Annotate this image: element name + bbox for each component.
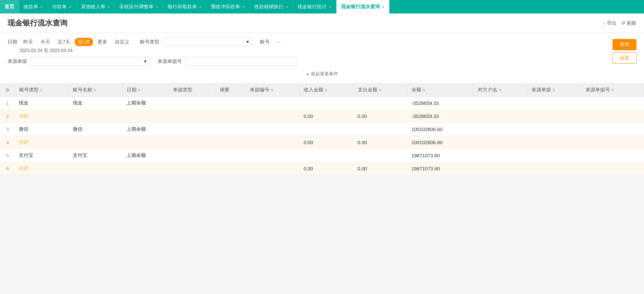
nav-cash-stats-close[interactable]: × <box>329 4 331 9</box>
page-title: 现金银行流水查询 <box>8 18 68 28</box>
col-doc-no: 单据编号 ⇅ <box>246 84 300 97</box>
table-cell <box>246 97 300 110</box>
date-range-display: 2023-02-24 至 2023-03-24 <box>20 48 72 53</box>
table-cell <box>246 162 300 175</box>
sort-source-doc-icon: ⇅ <box>552 88 555 92</box>
table-cell <box>474 149 528 162</box>
collapse-bar[interactable]: ∧ 收起更多条件 <box>8 69 636 80</box>
table-cell <box>528 110 582 123</box>
date-option-today[interactable]: 今天 <box>38 38 53 46</box>
col-source-doc-sortable[interactable]: 来源单据 ⇅ <box>531 87 578 93</box>
account-type-select[interactable]: ▾ <box>162 37 252 46</box>
refresh-label: 刷新 <box>627 20 636 27</box>
source-doc-chevron: ▾ <box>144 58 147 64</box>
table-cell: 19871073.60 <box>408 149 474 162</box>
nav-bank-deposit[interactable]: 银行存取款单 × <box>163 0 206 13</box>
col-expense-sortable[interactable]: 支出金额 ⇅ <box>358 87 404 93</box>
nav-home-label: 首页 <box>5 3 14 10</box>
col-income-sortable[interactable]: 收入金额 ⇅ <box>304 87 350 93</box>
nav-cash-flow-close[interactable]: × <box>382 4 384 9</box>
table-cell: 微信 <box>69 123 123 136</box>
table-cell <box>354 97 408 110</box>
nav-other-income[interactable]: 其他收入单 × <box>77 0 115 13</box>
col-source-doc-no-sortable[interactable]: 来源单据号 ⇅ <box>585 87 640 93</box>
nav-prepay[interactable]: 预收冲应收单 × <box>206 0 249 13</box>
table-cell <box>582 162 644 175</box>
col-source-doc-no: 来源单据号 ⇅ <box>582 84 644 97</box>
nav-other-income-close[interactable]: × <box>108 4 110 9</box>
table-cell: 6 <box>0 162 15 175</box>
table-cell: -3528659.33 <box>408 110 474 123</box>
col-balance-sortable[interactable]: 余额 ⇅ <box>411 87 470 93</box>
table-cell: 5 <box>0 149 15 162</box>
source-doc-no-input[interactable] <box>185 57 297 66</box>
nav-receipt-exec[interactable]: 收款核销执行 × <box>250 0 293 13</box>
sort-balance-icon: ⇅ <box>422 88 425 92</box>
nav-prepay-close[interactable]: × <box>242 4 245 9</box>
table-cell <box>474 136 528 149</box>
nav-receipts[interactable]: 收款单 × <box>19 0 48 13</box>
nav-ar-ap-adjust[interactable]: 应收应付调整单 × <box>115 0 163 13</box>
table-cell: -3528659.33 <box>408 97 474 110</box>
account-filter-group: 账号 ··· <box>260 38 282 46</box>
col-account-type-sortable[interactable]: 账号类型 ⇅ <box>19 87 65 93</box>
nav-receipts-close[interactable]: × <box>41 4 43 9</box>
header-actions: ↑ 导出 ↺ 刷新 <box>603 20 637 27</box>
col-settings: ⚙ <box>0 84 15 97</box>
table-cell <box>216 136 246 149</box>
col-account-name-sortable[interactable]: 账号名称 ⇅ <box>73 87 119 93</box>
table-cell <box>123 110 169 123</box>
date-option-yesterday[interactable]: 昨天 <box>20 38 36 46</box>
nav-payments-close[interactable]: × <box>69 4 71 9</box>
col-doc-no-sortable[interactable]: 单据编号 ⇅ <box>250 87 296 93</box>
source-doc-select[interactable]: ▾ <box>30 57 150 66</box>
table-cell <box>216 110 246 123</box>
nav-other-income-label: 其他收入单 <box>81 3 105 10</box>
col-account-name: 账号名称 ⇅ <box>69 84 123 97</box>
col-date-sortable[interactable]: 日期 ⇅ <box>127 87 165 93</box>
date-options: 昨天 今天 近7天 近1月 更多 自定义 <box>20 38 132 46</box>
nav-home[interactable]: 首页 <box>0 0 19 13</box>
date-option-7days[interactable]: 近7天 <box>55 38 73 46</box>
date-option-more[interactable]: 更多 <box>95 38 110 46</box>
table-cell <box>123 136 169 149</box>
table-row: 6小计0.000.0019871073.60 <box>0 162 644 175</box>
table-cell: 上期余额 <box>123 97 169 110</box>
settings-button[interactable]: 设置 <box>612 52 636 64</box>
export-button[interactable]: ↑ 导出 <box>603 20 617 27</box>
date-option-1month[interactable]: 近1月 <box>75 38 93 46</box>
account-dots[interactable]: ··· <box>273 38 282 46</box>
nav-receipt-exec-close[interactable]: × <box>286 4 288 9</box>
table-cell <box>528 97 582 110</box>
table-cell: 0.00 <box>300 110 354 123</box>
nav-payments-label: 付款单 <box>52 3 67 10</box>
col-summary: 摘要 <box>216 84 246 97</box>
nav-cash-stats[interactable]: 现金银行统计 × <box>293 0 336 13</box>
query-button[interactable]: 查询 <box>612 39 636 50</box>
nav-bank-deposit-close[interactable]: × <box>199 4 201 9</box>
nav-prepay-label: 预收冲应收单 <box>211 3 240 10</box>
account-type-chevron: ▾ <box>246 39 249 45</box>
nav-cash-stats-label: 现金银行统计 <box>297 3 327 10</box>
nav-bank-deposit-label: 银行存取款单 <box>168 3 197 10</box>
sort-doc-no-icon: ⇅ <box>270 88 273 92</box>
table-cell: 0.00 <box>354 110 408 123</box>
col-counterparty-sortable[interactable]: 对方户名 ⇅ <box>478 87 524 93</box>
table-cell <box>300 123 354 136</box>
account-type-label: 账号类型 <box>140 39 159 45</box>
nav-cash-flow[interactable]: 现金银行流水查询 × <box>336 0 389 13</box>
table-cell <box>69 136 123 149</box>
table-cell <box>246 123 300 136</box>
table-cell: 100102606.60 <box>408 136 474 149</box>
refresh-button[interactable]: ↺ 刷新 <box>621 20 636 27</box>
nav-receipt-exec-label: 收款核销执行 <box>254 3 284 10</box>
data-table: ⚙ 账号类型 ⇅ 账号名称 ⇅ 日期 <box>0 84 644 175</box>
column-settings-icon[interactable]: ⚙ <box>5 87 10 93</box>
nav-ar-ap-adjust-close[interactable]: × <box>156 4 158 9</box>
table-cell <box>216 123 246 136</box>
col-doc-type: 单据类型 <box>169 84 216 97</box>
date-option-custom[interactable]: 自定义 <box>112 38 132 46</box>
table-cell: 现金 <box>15 97 69 110</box>
nav-payments[interactable]: 付款单 × <box>48 0 76 13</box>
table-cell <box>169 123 216 136</box>
